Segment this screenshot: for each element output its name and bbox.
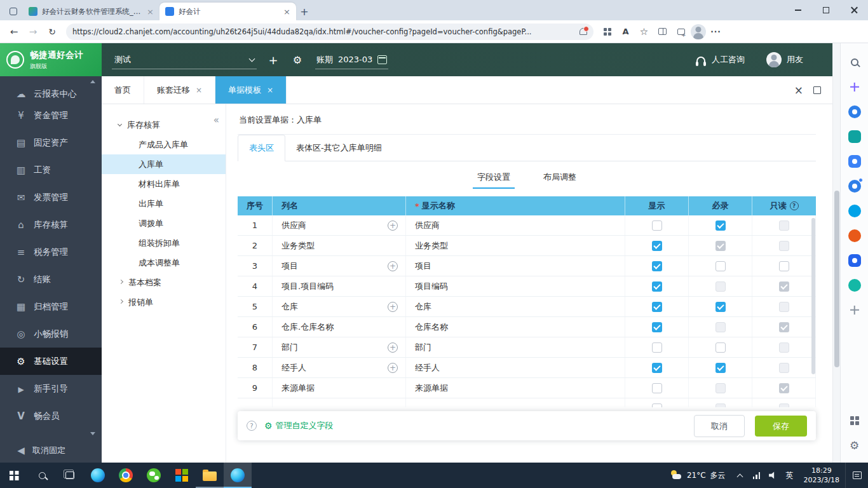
- search-icon[interactable]: [844, 50, 865, 74]
- brand-logo-block[interactable]: 畅捷通好会计 旗舰版: [0, 43, 102, 76]
- minimize-button[interactable]: [784, 0, 812, 20]
- taskbar-appgrid-icon[interactable]: [168, 463, 196, 488]
- sidebar-item-archive[interactable]: 归档管理: [0, 293, 102, 320]
- taskbar-edge-icon[interactable]: [84, 463, 112, 488]
- account-select[interactable]: 测试: [112, 51, 257, 69]
- cell-display-name[interactable]: 供应商: [406, 215, 625, 235]
- cell-display-name[interactable]: 仓库名称: [406, 317, 625, 337]
- readonly-checkbox[interactable]: [779, 261, 789, 271]
- tree-item[interactable]: 产成品入库单: [102, 135, 226, 154]
- tree-group[interactable]: 基本档案: [102, 273, 226, 292]
- chat-icon[interactable]: [844, 99, 865, 124]
- cell-display-name[interactable]: 业务类型: [406, 236, 625, 255]
- address-bar[interactable]: https://cloud2.chanjet.com/accounting/uh…: [66, 24, 593, 40]
- required-checkbox[interactable]: [715, 342, 726, 353]
- required-checkbox[interactable]: [715, 363, 726, 373]
- account-settings-button[interactable]: [290, 52, 305, 67]
- browser-tab-inactive[interactable]: 好会计云财务软件管理系统_会计: [23, 3, 159, 20]
- period-picker[interactable]: 账期 2023-03: [315, 51, 388, 69]
- task-view-button[interactable]: [56, 463, 84, 488]
- split-screen-icon[interactable]: [654, 23, 671, 40]
- table-scrollbar[interactable]: [811, 218, 815, 374]
- help-icon[interactable]: [790, 201, 799, 210]
- sub-tab[interactable]: 布局调整: [543, 172, 576, 189]
- sidebar-item-guide[interactable]: 新手引导: [0, 375, 102, 402]
- tree-group[interactable]: 报销单: [102, 292, 226, 312]
- page-tab[interactable]: 单据模板: [215, 76, 287, 104]
- tree-item[interactable]: 成本调整单: [102, 253, 226, 273]
- show-checkbox[interactable]: [652, 403, 662, 408]
- maximize-button[interactable]: [812, 0, 840, 20]
- manage-custom-fields-link[interactable]: 管理自定义字段: [264, 420, 334, 431]
- sidebar-item-inventory[interactable]: 库存核算: [0, 211, 102, 238]
- taskbar-edge-icon[interactable]: [224, 463, 252, 488]
- tray-expand-button[interactable]: [732, 463, 749, 488]
- favorite-star-icon[interactable]: [635, 23, 653, 40]
- readonly-checkbox[interactable]: [779, 383, 789, 393]
- sidebar-item-tax[interactable]: 税务管理: [0, 238, 102, 266]
- scrollbar-thumb[interactable]: [834, 191, 839, 367]
- sidebar-item-settings[interactable]: 基础设置: [0, 348, 102, 375]
- user-menu[interactable]: 用友: [766, 52, 803, 67]
- show-checkbox[interactable]: [652, 322, 662, 332]
- sidebar-item-closing[interactable]: 结账: [0, 266, 102, 293]
- page-tab[interactable]: 首页: [102, 76, 144, 104]
- required-checkbox[interactable]: [715, 281, 726, 292]
- cell-display-name[interactable]: 项目: [406, 256, 625, 276]
- cell-display-name[interactable]: 项目编码: [406, 276, 625, 296]
- sidebar-item-invoice[interactable]: 发票管理: [0, 184, 102, 211]
- downloads-icon[interactable]: [844, 248, 865, 273]
- add-field-icon[interactable]: [388, 342, 398, 353]
- ime-indicator[interactable]: 英: [782, 470, 798, 481]
- taskbar-wechat-icon[interactable]: [140, 463, 168, 488]
- show-checkbox[interactable]: [652, 281, 662, 292]
- tree-root[interactable]: 库存核算: [102, 116, 226, 135]
- required-checkbox[interactable]: [715, 302, 726, 312]
- tree-item[interactable]: 材料出库单: [102, 174, 226, 194]
- sidebar-item-salary[interactable]: 工资: [0, 156, 102, 184]
- region-tab[interactable]: 表体区-其它入库单明细: [285, 135, 393, 161]
- sub-tab[interactable]: 字段设置: [477, 172, 510, 189]
- support-link[interactable]: 人工咨询: [712, 54, 745, 65]
- cell-display-name[interactable]: 经手人: [406, 358, 625, 377]
- apps-icon[interactable]: [844, 408, 865, 433]
- readonly-checkbox[interactable]: [779, 403, 789, 408]
- notifications-blocked-icon[interactable]: [580, 28, 587, 35]
- readonly-checkbox[interactable]: [779, 363, 789, 373]
- show-checkbox[interactable]: [652, 241, 662, 251]
- cancel-button[interactable]: 取消: [694, 415, 745, 437]
- cell-display-name[interactable]: 部门: [406, 337, 625, 357]
- add-field-icon[interactable]: [388, 302, 398, 312]
- sidebar-item-cloud[interactable]: 云报表中心: [0, 85, 102, 102]
- apps-grid-icon[interactable]: [599, 23, 616, 40]
- show-checkbox[interactable]: [652, 363, 662, 373]
- readonly-checkbox[interactable]: [779, 281, 789, 292]
- refresh-button[interactable]: [43, 23, 61, 41]
- close-tab-icon[interactable]: [267, 86, 273, 94]
- close-window-button[interactable]: [840, 0, 868, 20]
- workspace-icon[interactable]: [4, 3, 23, 20]
- taskbar-explorer-icon[interactable]: [196, 463, 224, 488]
- tree-item[interactable]: 入库单: [102, 154, 226, 174]
- collections-icon[interactable]: [672, 23, 689, 40]
- required-checkbox[interactable]: [715, 403, 726, 408]
- sidebar-item-asset[interactable]: 固定资产: [0, 129, 102, 156]
- sidebar-scroll-up[interactable]: [0, 76, 102, 85]
- show-checkbox[interactable]: [652, 383, 662, 393]
- readonly-checkbox[interactable]: [779, 220, 789, 231]
- browser-tab-active[interactable]: 好会计: [159, 3, 296, 20]
- start-button[interactable]: [0, 463, 28, 488]
- show-checkbox[interactable]: [652, 261, 662, 271]
- required-checkbox[interactable]: [715, 241, 726, 251]
- cell-display-name[interactable]: 来源单据: [406, 378, 625, 398]
- collapse-tree-icon[interactable]: [214, 116, 219, 125]
- settings-icon[interactable]: [844, 433, 865, 458]
- readonly-checkbox[interactable]: [779, 302, 789, 312]
- close-tab-icon[interactable]: [196, 86, 202, 94]
- required-checkbox[interactable]: [715, 220, 726, 231]
- add-icon[interactable]: [844, 297, 865, 322]
- sidebar-scroll-down[interactable]: [0, 430, 102, 438]
- sidebar-item-member[interactable]: 畅会员: [0, 402, 102, 430]
- add-field-icon[interactable]: [388, 363, 398, 373]
- readonly-checkbox[interactable]: [779, 322, 789, 332]
